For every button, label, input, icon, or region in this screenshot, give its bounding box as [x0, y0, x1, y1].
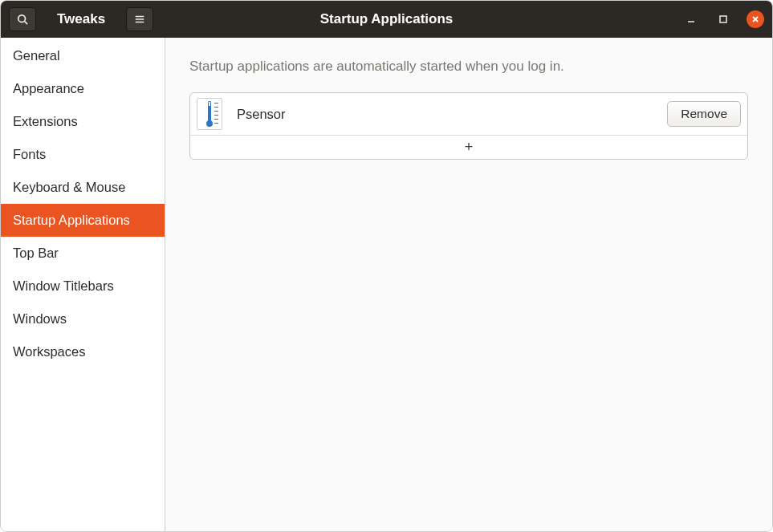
app-name-label: Psensor	[237, 107, 667, 122]
titlebar-left: Tweaks	[1, 1, 153, 38]
sidebar-item-label: Top Bar	[13, 246, 59, 260]
thermometer-icon	[206, 101, 213, 127]
svg-point-0	[18, 15, 26, 22]
startup-app-list: Psensor Remove +	[189, 92, 748, 160]
maximize-button[interactable]	[714, 10, 732, 28]
close-button[interactable]	[747, 10, 764, 28]
sidebar-item-workspaces[interactable]: Workspaces	[1, 335, 165, 368]
minimize-icon	[687, 15, 695, 23]
sidebar-item-label: Keyboard & Mouse	[13, 180, 125, 194]
window-controls	[682, 10, 764, 28]
sidebar-item-label: Extensions	[13, 114, 78, 128]
sidebar-item-keyboard-mouse[interactable]: Keyboard & Mouse	[1, 171, 165, 204]
sidebar-item-general[interactable]: General	[1, 39, 165, 72]
content-area: General Appearance Extensions Fonts Keyb…	[1, 38, 772, 531]
menu-button[interactable]	[126, 7, 153, 31]
hamburger-icon	[134, 14, 145, 25]
search-icon	[17, 14, 28, 25]
sidebar-item-label: Windows	[13, 311, 67, 326]
add-startup-app-button[interactable]: +	[190, 136, 747, 159]
startup-app-row: Psensor Remove	[190, 93, 747, 136]
sidebar-item-label: Window Titlebars	[13, 278, 114, 293]
sidebar-item-extensions[interactable]: Extensions	[1, 105, 165, 138]
sidebar-item-windows[interactable]: Windows	[1, 303, 165, 335]
sidebar-item-top-bar[interactable]: Top Bar	[1, 237, 165, 270]
sidebar-item-label: Startup Applications	[13, 213, 130, 227]
sidebar-item-label: Fonts	[13, 147, 46, 161]
sidebar-item-label: Workspaces	[13, 344, 85, 359]
sidebar-item-label: General	[13, 48, 60, 63]
titlebar: Tweaks Startup Applications	[1, 1, 772, 38]
maximize-icon	[719, 15, 727, 23]
sidebar: General Appearance Extensions Fonts Keyb…	[1, 38, 165, 531]
svg-line-1	[25, 22, 28, 25]
sidebar-item-label: Appearance	[13, 81, 84, 95]
main-panel: Startup applications are automatically s…	[165, 38, 772, 531]
svg-rect-6	[720, 16, 726, 22]
window-title: Startup Applications	[320, 11, 454, 27]
sidebar-item-fonts[interactable]: Fonts	[1, 138, 165, 171]
info-text: Startup applications are automatically s…	[189, 59, 748, 75]
psensor-icon	[197, 98, 222, 130]
app-title: Tweaks	[57, 11, 105, 27]
sidebar-item-startup-applications[interactable]: Startup Applications	[1, 204, 165, 237]
plus-icon: +	[465, 139, 474, 156]
minimize-button[interactable]	[682, 10, 700, 28]
search-button[interactable]	[9, 7, 36, 31]
sidebar-item-window-titlebars[interactable]: Window Titlebars	[1, 270, 165, 303]
sidebar-item-appearance[interactable]: Appearance	[1, 72, 165, 105]
tweaks-window: Tweaks Startup Applications General Appe…	[0, 0, 773, 532]
remove-button[interactable]: Remove	[667, 101, 741, 127]
close-icon	[751, 15, 759, 23]
